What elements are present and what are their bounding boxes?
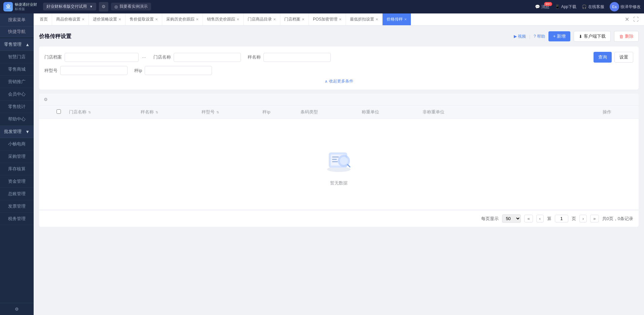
collapse-btn[interactable]: ∧ 收起更多条件	[44, 78, 633, 84]
sidebar-item-funds-mgmt[interactable]: 资金管理	[0, 175, 34, 188]
th-scale-model-label: 秤型号	[202, 109, 215, 115]
help-btn[interactable]: ? 帮助	[534, 34, 545, 39]
tab-purchase-strategy[interactable]: 进价策略设置 ✕	[89, 13, 126, 25]
avatar: Ea	[610, 2, 619, 11]
page-number-input[interactable]	[555, 215, 568, 222]
sort-scale-model[interactable]: 秤型号 ⇅	[202, 109, 254, 115]
sidebar-item-inventory[interactable]: 库存核算	[0, 163, 34, 175]
message-btn[interactable]: 💬 消息 99+	[535, 4, 549, 10]
add-label: + 新增	[553, 33, 566, 39]
tab-min-discount[interactable]: 最低折扣设置 ✕	[346, 13, 383, 25]
tab-price-scale-close[interactable]: ✕	[404, 18, 407, 21]
sort-scale-model-icon: ⇅	[216, 110, 219, 114]
sidebar-gear-icon[interactable]: ⚙	[15, 307, 19, 312]
demo-icon: ◎	[114, 4, 118, 9]
online-service-label: 在线客服	[588, 4, 604, 10]
reset-btn[interactable]: 设置	[614, 52, 633, 63]
tab-min-discount-close[interactable]: ✕	[375, 18, 378, 21]
download-btn[interactable]: ⬇ 客户端下载	[574, 31, 611, 42]
tab-price-scale[interactable]: 价格传秤 ✕	[383, 13, 411, 25]
tab-sale-extract[interactable]: 售价提取设置 ✕	[126, 13, 162, 25]
store-profile-input[interactable]	[65, 53, 139, 62]
tab-store-profile[interactable]: 门店档案 ✕	[280, 13, 309, 25]
add-btn[interactable]: + 新增	[548, 31, 570, 41]
sidebar-item-mini-ecom[interactable]: 小畅电商	[0, 138, 34, 150]
tab-purchase-history[interactable]: 采购历史价跟踪 ✕	[162, 13, 203, 25]
sort-scale-name[interactable]: 秤名称 ⇅	[141, 109, 193, 115]
tab-maximize[interactable]: ⛶	[632, 16, 640, 23]
prev-page-btn[interactable]: ‹	[536, 215, 544, 222]
filter-row-2: 秤型号 秤ip	[44, 66, 633, 75]
sidebar-item-help-center[interactable]: 帮助中心	[0, 113, 34, 126]
first-page-btn[interactable]: «	[524, 215, 533, 222]
filter-store-name: 门店名称	[153, 53, 241, 62]
sidebar-search[interactable]: 搜索菜单	[0, 13, 34, 27]
smart-store-label: 智慧门店	[8, 54, 26, 59]
scale-model-input[interactable]	[60, 66, 128, 75]
last-page-btn[interactable]: »	[590, 215, 599, 222]
tab-pos-encrypt-close[interactable]: ✕	[339, 18, 342, 21]
tab-purchase-strategy-label: 进价策略设置	[93, 16, 117, 22]
sidebar-item-retail-stats[interactable]: 零售统计	[0, 101, 34, 113]
sidebar-item-invoice-mgmt[interactable]: 发票管理	[0, 200, 34, 213]
svg-rect-6	[332, 156, 339, 158]
tab-purchase-strategy-close[interactable]: ✕	[118, 18, 121, 21]
tab-purchase-history-close[interactable]: ✕	[196, 18, 199, 21]
store-profile-more-icon[interactable]: ···	[141, 54, 147, 61]
delete-btn[interactable]: 🗑 删除	[614, 31, 639, 42]
select-all-checkbox[interactable]	[57, 109, 61, 114]
message-icon: 💬	[535, 4, 540, 9]
user-info[interactable]: Ea 徐泽华修改	[610, 2, 641, 11]
tab-price-setting-close[interactable]: ✕	[82, 18, 84, 21]
sidebar-item-general-ledger[interactable]: 总账管理	[0, 188, 34, 200]
version-selector[interactable]: 好业财标准版交付试用 ▼	[43, 3, 96, 10]
tab-store-catalog[interactable]: 门店商品目录 ✕	[244, 13, 280, 25]
sidebar-item-retail-mall[interactable]: 零售商城	[0, 63, 34, 76]
th-operation-label: 操作	[603, 109, 611, 114]
sidebar-item-member-center[interactable]: 会员中心	[0, 88, 34, 101]
tab-home[interactable]: 首页	[36, 13, 52, 25]
invoice-mgmt-label: 发票管理	[8, 204, 26, 209]
tab-pos-encrypt[interactable]: POS加密管理 ✕	[309, 13, 346, 25]
tab-min-discount-label: 最低折扣设置	[350, 16, 374, 22]
store-name-input[interactable]	[174, 53, 241, 62]
tab-sale-extract-close[interactable]: ✕	[155, 18, 158, 21]
collapse-icon: ∧	[325, 79, 328, 84]
sidebar-quick-nav[interactable]: 快捷导航	[0, 27, 34, 37]
sidebar-item-purchase-mgmt[interactable]: 采购管理	[0, 150, 34, 163]
tab-sale-history-label: 销售历史价跟踪	[207, 16, 235, 22]
online-service-btn[interactable]: 🎧 在线客服	[582, 4, 604, 10]
filter-store-profile: 门店档案 ···	[44, 53, 147, 62]
tab-store-catalog-close[interactable]: ✕	[273, 18, 276, 21]
sidebar-item-tax-mgmt[interactable]: 税务管理	[0, 213, 34, 225]
tab-sale-history-close[interactable]: ✕	[237, 18, 239, 21]
app-download-btn[interactable]: 📱 App下载	[555, 4, 576, 10]
demo-btn[interactable]: ◎ 我要看实例演示	[111, 3, 151, 10]
query-btn[interactable]: 查询	[594, 52, 612, 63]
purchase-mgmt-label: 采购管理	[8, 154, 26, 159]
retail-mgmt-icon: ▲	[25, 42, 30, 47]
scale-name-label: 秤名称	[248, 54, 261, 60]
tab-price-setting[interactable]: 商品价格设置 ✕	[52, 13, 89, 25]
th-settings	[39, 106, 52, 119]
sort-store-name[interactable]: 门店名称 ⇅	[69, 109, 133, 115]
tab-sale-history[interactable]: 销售历史价跟踪 ✕	[203, 13, 244, 25]
table-gear-icon[interactable]: ⚙	[44, 97, 48, 102]
page-size-select[interactable]: 10 20 50 100	[502, 214, 521, 223]
tab-store-profile-close[interactable]: ✕	[302, 18, 305, 21]
video-btn[interactable]: ▶ 视频	[514, 34, 526, 39]
filter-scale-name: 秤名称	[248, 53, 331, 62]
settings-icon-btn[interactable]: ⚙	[99, 2, 108, 11]
next-page-btn[interactable]: ›	[579, 215, 587, 222]
sidebar-retail-mgmt[interactable]: 零售管理 ▲	[0, 38, 34, 51]
user-name: 徐泽华修改	[620, 4, 641, 10]
empty-row: 暂无数据	[39, 119, 639, 210]
tab-home-label: 首页	[40, 16, 48, 22]
sidebar-wholesale-mgmt[interactable]: 批发管理 ▼	[0, 126, 34, 138]
tab-close-all[interactable]: ✕	[623, 15, 631, 23]
scale-ip-input[interactable]	[145, 66, 212, 75]
sidebar-item-smart-store[interactable]: 智慧门店	[0, 51, 34, 63]
scale-name-input[interactable]	[263, 53, 331, 62]
tab-price-setting-label: 商品价格设置	[56, 16, 80, 22]
sidebar-item-marketing[interactable]: 营销推广	[0, 76, 34, 88]
